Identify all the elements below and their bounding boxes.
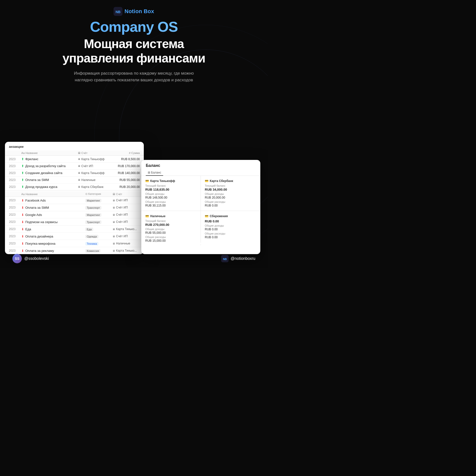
logo-text: Notion Box <box>124 8 154 15</box>
footer: SS @ssobolevski NB @notionboxru <box>12 254 255 263</box>
company-os-title: Company OS <box>0 18 268 35</box>
expense-row-6: 2023 ⬇ Оплата дизайнера Одежда 🖥 Счёт ИП <box>5 233 144 240</box>
transaction-card: анзакции Аа Название 🏛 Счёт # Сумма 2023… <box>5 142 144 254</box>
income-icon: ⬆ <box>21 171 24 175</box>
balance-cell-savings: 💳 Сбережения RUB 0.00 Общие доходы RUB 0… <box>201 211 260 246</box>
cards-area: анзакции Аа Название 🏛 Счёт # Сумма 2023… <box>0 142 268 254</box>
main-heading: Мощная система управления финансами <box>0 37 268 65</box>
subtitle: Информация рассортирована по каждому мес… <box>69 70 198 83</box>
logo-brand: Notion <box>124 8 142 14</box>
footer-left: SS @ssobolevski <box>12 254 49 263</box>
balance-title: Баланс <box>146 163 256 168</box>
header-name2: Аа Название <box>21 192 85 196</box>
expense-icon: ⬇ <box>21 242 24 245</box>
logo-brand2: Box <box>144 8 154 14</box>
expense-row-2: 2023 ⬇ Оплата за SMM Транспорт 🖥 Счёт ИП <box>5 204 144 211</box>
header-category: ⊙ Категория <box>85 192 113 196</box>
expense-row-3: 2023 ⬇ Google Ads Маркетинг 🖥 Счёт ИП <box>5 211 144 218</box>
expense-icon: ⬇ <box>21 227 24 231</box>
income-section: анзакции Аа Название 🏛 Счёт # Сумма 2023… <box>5 142 144 190</box>
header: NB Notion Box <box>0 0 268 16</box>
expense-icon: ⬇ <box>21 213 24 217</box>
income-icon: ⬆ <box>21 157 24 161</box>
header-name: Аа Название <box>21 151 78 154</box>
expense-icon: ⬇ <box>21 199 24 202</box>
expense-row-1: 2023 ⬇ Facebook Ads Маркетинг 🖥 Счёт ИП <box>5 197 144 204</box>
section1-title: анзакции <box>5 142 144 150</box>
heading-line2: управления финансами <box>62 51 205 65</box>
svg-text:NB: NB <box>116 10 120 14</box>
balance-grid: 💳 Карта Тинькофф Текущий баланс RUB 118,… <box>141 176 260 246</box>
arrow-decoration <box>190 238 207 251</box>
header-account: 🏛 Счёт <box>78 151 113 154</box>
header-amount: # Сумма <box>113 151 140 154</box>
income-row-1: 2023 ⬆ Фриланс 🖥 Карта Тинькофф RUB 8,50… <box>5 156 144 163</box>
balance-header: Баланс ⊞ Баланс <box>141 160 260 176</box>
expense-icon: ⬇ <box>21 235 24 238</box>
income-icon: ⬆ <box>21 178 24 182</box>
balance-cell-tinkoff: 💳 Карта Тинькофф Текущий баланс RUB 118,… <box>141 176 201 211</box>
expense-row-8: 2023 ⬇ Оплата за рекламу Комиссия 🖥 Карт… <box>5 247 144 254</box>
svg-text:NB: NB <box>223 258 227 261</box>
income-row-5: 2023 ⬆ Доход продажа курса 🖥 Карта Сберб… <box>5 183 144 190</box>
balance-cell-sber: 💳 Карта Сбербанк Текущий баланс RUB 34,0… <box>201 176 260 211</box>
header-year2 <box>9 192 21 196</box>
heading-line1: Мощная система <box>84 37 184 51</box>
footer-brand: @notionboxru <box>231 256 255 261</box>
footer-nb-logo: NB <box>221 255 229 262</box>
income-table-header: Аа Название 🏛 Счёт # Сумма <box>5 150 144 156</box>
nb-logo-icon: NB <box>114 7 122 16</box>
expense-row-4: 2023 ⬇ Подписки на сервисы Транспорт 🖥 С… <box>5 218 144 226</box>
income-row-3: 2023 ⬆ Создание дизайна сайта 🖥 Карта Ти… <box>5 170 144 177</box>
expense-table-header: Аа Название ⊙ Категория 🏛 Счёт <box>5 191 144 197</box>
balance-tab[interactable]: ⊞ Баланс <box>146 170 163 176</box>
footer-username: @ssobolevski <box>24 256 49 261</box>
header-year <box>9 151 21 154</box>
header-account2: 🏛 Счёт <box>113 192 140 196</box>
expense-icon: ⬇ <box>21 220 24 224</box>
expense-icon: ⬇ <box>21 206 24 209</box>
income-row-4: 2023 ⬆ Оплата за SMM 🖥 Наличные RUB 55,0… <box>5 177 144 183</box>
avatar: SS <box>12 254 22 263</box>
income-icon: ⬆ <box>21 164 24 168</box>
expense-section: Аа Название ⊙ Категория 🏛 Счёт 2023 ⬇ Fa… <box>5 190 144 254</box>
expense-row-5: 2023 ⬇ Еда Еда 🖥 Карта Тинько... <box>5 226 144 233</box>
income-row-2: 2023 ⬆ Доход за разработку сайта 🖥 Счёт … <box>5 163 144 170</box>
footer-right: NB @notionboxru <box>221 255 255 262</box>
expense-row-7: 2023 ⬇ Покупка микрофона Техника 🖥 Налич… <box>5 240 144 247</box>
income-icon: ⬆ <box>21 185 24 189</box>
expense-icon: ⬇ <box>21 249 24 253</box>
